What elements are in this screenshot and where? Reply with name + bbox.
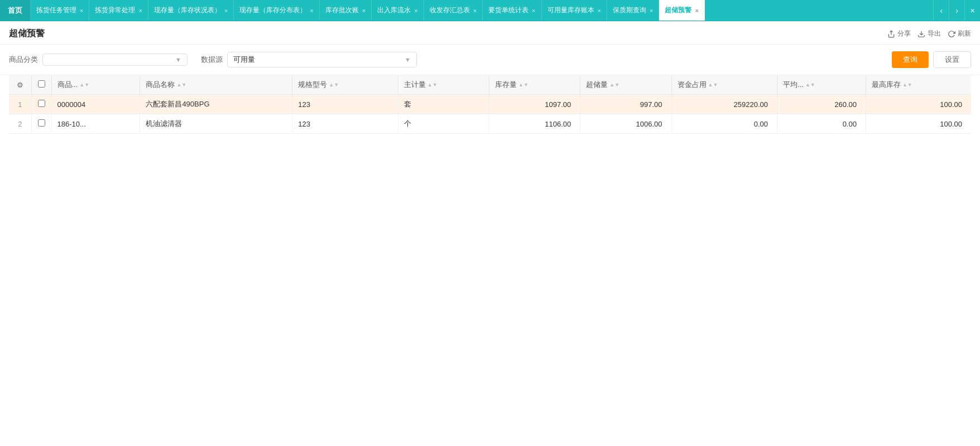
sort-stock-icon: ▲▼ [518,82,529,88]
cell-max-stock-2: 100.00 [866,114,971,134]
datasource-label: 数据源 [201,55,223,65]
cell-overstock-1: 997.00 [580,95,671,114]
close-tab-1-icon[interactable]: × [80,7,83,14]
nav-tab-11[interactable]: 超储预警 × [659,0,704,21]
th-spec[interactable]: 规格型号 ▲▼ [292,75,398,95]
datasource-select[interactable]: 可用量 ▼ [227,52,417,67]
nav-tab-6[interactable]: 出入库流水 × [372,0,424,21]
close-tab-11-icon[interactable]: × [695,7,698,14]
nav-tab-5[interactable]: 库存批次账 × [320,0,372,21]
cell-max-stock-1: 100.00 [866,95,971,114]
cell-product-name-1: 六配套新昌490BPG [140,95,292,114]
close-tab-10-icon[interactable]: × [650,7,653,14]
close-tab-3-icon[interactable]: × [224,7,228,14]
select-all-checkbox[interactable] [38,80,45,88]
cell-product-code-2: 186-10... [51,114,140,134]
category-select[interactable]: ▼ [42,54,188,66]
nav-tab-8[interactable]: 要货单统计表 × [483,0,541,21]
table-container: ⚙ 商品... ▲▼ 商品名称 ▲▼ [0,75,980,134]
cell-product-name-2: 机油滤清器 [140,114,292,134]
table-body: 1 0000004 六配套新昌490BPG 123 套 1097.00 997.… [9,95,971,134]
close-tab-4-icon[interactable]: × [310,7,313,14]
sort-unit-icon: ▲▼ [427,82,438,88]
refresh-button[interactable]: 刷新 [948,29,971,38]
nav-tab-10[interactable]: 保质期查询 × [607,0,659,21]
export-icon [917,30,925,38]
sort-capital-icon: ▲▼ [708,82,718,88]
nav-arrow-close[interactable]: × [964,0,980,21]
table-row: 2 186-10... 机油滤清器 123 个 1106.00 1006.00 … [9,114,971,134]
filter-actions: 查询 设置 [892,51,971,68]
cell-spec-1: 123 [292,95,398,114]
row-checkbox-2[interactable] [31,114,51,134]
settings-gear-icon[interactable]: ⚙ [17,81,23,89]
th-overstock[interactable]: 超储量 ▲▼ [580,75,671,95]
page-header: 超储预警 分享 导出 刷新 [0,21,980,45]
close-tab-2-icon[interactable]: × [138,7,142,14]
category-filter: 商品分类 ▼ [9,54,188,66]
cell-unit-1: 套 [398,95,489,114]
refresh-icon [948,30,955,38]
main-table: ⚙ 商品... ▲▼ 商品名称 ▲▼ [9,75,971,134]
sort-product-code-icon: ▲▼ [79,82,89,88]
top-navigation: 首页 拣货任务管理 × 拣货异常处理 × 现存量（库存状况表） × 现存量（库存… [0,0,980,21]
export-button[interactable]: 导出 [917,29,941,38]
cell-overstock-2: 1006.00 [580,114,671,134]
th-product-name[interactable]: 商品名称 ▲▼ [140,75,292,95]
close-tab-9-icon[interactable]: × [598,7,601,14]
th-checkbox[interactable] [31,75,51,95]
settings-button[interactable]: 设置 [933,51,971,68]
cell-stock-1: 1097.00 [489,95,580,114]
cell-spec-2: 123 [292,114,398,134]
datasource-filter: 数据源 可用量 ▼ [201,52,417,67]
nav-tab-4[interactable]: 现存量（库存分布表） × [234,0,319,21]
row-num-1: 1 [9,95,31,114]
sort-overstock-icon: ▲▼ [609,82,619,88]
close-tab-5-icon[interactable]: × [362,7,366,14]
th-capital[interactable]: 资金占用 ▲▼ [671,75,777,95]
nav-arrow-right[interactable]: › [949,0,964,21]
close-tab-6-icon[interactable]: × [414,7,417,14]
th-unit[interactable]: 主计量 ▲▼ [398,75,489,95]
cell-avg-1: 260.00 [777,95,866,114]
filter-row: 商品分类 ▼ 数据源 可用量 ▼ 查询 设置 [0,45,980,75]
category-dropdown-icon: ▼ [175,56,181,63]
nav-arrow-left[interactable]: ‹ [933,0,949,21]
cell-stock-2: 1106.00 [489,114,580,134]
nav-tab-1[interactable]: 拣货任务管理 × [31,0,89,21]
page-title: 超储预警 [9,28,45,40]
share-button[interactable]: 分享 [887,29,911,38]
table-header: ⚙ 商品... ▲▼ 商品名称 ▲▼ [9,75,971,95]
cell-avg-2: 0.00 [777,114,866,134]
th-max-stock[interactable]: 最高库存 ▲▼ [866,75,971,95]
table-row: 1 0000004 六配套新昌490BPG 123 套 1097.00 997.… [9,95,971,114]
nav-tab-3[interactable]: 现存量（库存状况表） × [148,0,234,21]
close-tab-7-icon[interactable]: × [473,7,477,14]
sort-product-name-icon: ▲▼ [176,82,186,88]
nav-tab-9[interactable]: 可用量库存账本 × [542,0,607,21]
cell-capital-1: 259220.00 [671,95,777,114]
datasource-dropdown-icon: ▼ [405,56,411,63]
page-container: 超储预警 分享 导出 刷新 商品分类 ▼ 数据源 [0,21,980,446]
row-checkbox-1[interactable] [31,95,51,114]
nav-home[interactable]: 首页 [0,0,31,21]
datasource-value: 可用量 [233,55,255,65]
nav-tab-2[interactable]: 拣货异常处理 × [89,0,148,21]
nav-arrows: ‹ › × [933,0,980,21]
th-settings[interactable]: ⚙ [9,75,31,95]
cell-product-code-1: 0000004 [51,95,140,114]
th-product-code[interactable]: 商品... ▲▼ [51,75,140,95]
share-icon [887,30,895,38]
sort-avg-icon: ▲▼ [805,82,815,88]
cell-capital-2: 0.00 [671,114,777,134]
th-avg[interactable]: 平均... ▲▼ [777,75,866,95]
sort-spec-icon: ▲▼ [329,82,339,88]
nav-tab-7[interactable]: 收发存汇总表 × [424,0,483,21]
close-tab-8-icon[interactable]: × [532,7,535,14]
sort-max-stock-icon: ▲▼ [902,82,912,88]
category-label: 商品分类 [9,55,38,65]
th-stock[interactable]: 库存量 ▲▼ [489,75,580,95]
query-button[interactable]: 查询 [892,51,929,68]
cell-unit-2: 个 [398,114,489,134]
row-num-2: 2 [9,114,31,134]
